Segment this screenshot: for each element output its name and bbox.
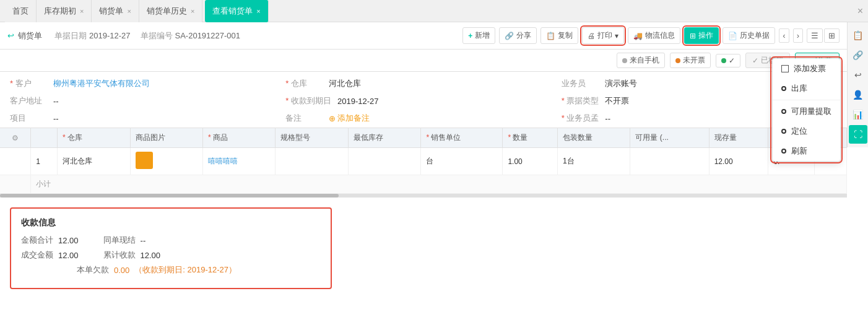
subtotal-row: 小计 bbox=[0, 175, 847, 194]
row-spec bbox=[276, 148, 348, 175]
toolbar-actions: + 新增 🔗 分享 📋 复制 🖨 打印 ▾ 🚚 bbox=[462, 27, 840, 44]
row-current-stock: 12.00 bbox=[709, 148, 768, 175]
dropdown-refresh[interactable]: 刷新 bbox=[773, 141, 840, 161]
tab-bar: 首页 库存期初 × 销货单 × 销货单历史 × 查看销货单 × × bbox=[0, 0, 868, 22]
address-field: 客户地址 -- bbox=[10, 95, 285, 106]
number-label: 单据编号 bbox=[141, 30, 173, 41]
address-label: 客户地址 bbox=[10, 95, 47, 106]
close-inventory-tab[interactable]: × bbox=[80, 7, 84, 15]
customer-field: 客户 柳州粤港平安气体有限公司 bbox=[10, 78, 285, 89]
grid-view-btn[interactable]: ⊞ bbox=[824, 28, 840, 43]
dropdown-add-invoice[interactable]: 添加发票 bbox=[773, 59, 840, 79]
sidebar-icon-3[interactable]: ↩ bbox=[849, 66, 867, 84]
dropdown-locate[interactable]: 定位 bbox=[773, 121, 840, 141]
confirm-dot bbox=[721, 58, 726, 63]
close-sales-history-tab[interactable]: × bbox=[191, 7, 194, 15]
not-open-ticket-btn[interactable]: 未开票 bbox=[670, 53, 711, 68]
tab-sales[interactable]: 销货单 × bbox=[92, 0, 139, 22]
warehouse-field: 仓库 河北仓库 bbox=[285, 78, 561, 89]
cumulative-payment-item: 累计收款 12.00 bbox=[103, 250, 161, 261]
logistics-button[interactable]: 🚚 物流信息 bbox=[628, 27, 680, 44]
table-body: 1 河北仓库 嘻嘻嘻嘻 台 1.00 1台 12.00 0. bbox=[0, 148, 847, 194]
sidebar-icon-5[interactable]: 📊 bbox=[849, 105, 867, 124]
locate-icon bbox=[781, 129, 786, 134]
next-record[interactable]: › bbox=[793, 28, 803, 43]
balance-item: 本单欠款 0.00 （收款到期日: 2019-12-27） bbox=[77, 264, 237, 276]
customer-label: 客户 bbox=[10, 78, 47, 89]
col-settings[interactable]: ⚙ bbox=[0, 128, 31, 148]
dropdown-outbound[interactable]: 出库 bbox=[773, 79, 840, 98]
table-header: ⚙ 仓库 商品图片 商品 规格型号 最低库存 销售单位 数量 包装数量 可用量 … bbox=[0, 128, 847, 148]
sidebar-icon-2[interactable]: 🔗 bbox=[849, 46, 867, 64]
col-available: 可用量 (... bbox=[630, 128, 709, 148]
subtotal-label: 小计 bbox=[31, 175, 847, 194]
operation-button[interactable]: ⊞ 操作 bbox=[684, 27, 719, 44]
same-order-item: 同单现结 -- bbox=[103, 235, 146, 246]
payment-info-row-3: 本单欠款 0.00 （收款到期日: 2019-12-27） bbox=[21, 264, 321, 276]
tab-sales-history[interactable]: 销货单历史 × bbox=[139, 0, 202, 22]
close-sales-tab[interactable]: × bbox=[127, 7, 131, 15]
warehouse-value: 河北仓库 bbox=[329, 78, 361, 89]
operator-value: 演示账号 bbox=[605, 78, 637, 89]
payment-date-label: 收款到期日 bbox=[285, 95, 331, 106]
from-phone-dot bbox=[622, 58, 627, 63]
bill-type-label: 票据类型 bbox=[562, 95, 599, 106]
form-row-3: 项目 -- 备注 ⊕ 添加备注 业务员孟 -- bbox=[0, 113, 847, 128]
bill-type-value: 不开票 bbox=[605, 95, 629, 106]
new-button[interactable]: + 新增 bbox=[462, 27, 495, 44]
note-label: 备注 bbox=[285, 113, 323, 124]
col-spec: 规格型号 bbox=[276, 128, 348, 148]
customer-value[interactable]: 柳州粤港平安气体有限公司 bbox=[53, 78, 150, 89]
project-field: 项目 -- bbox=[10, 113, 285, 124]
row-settings[interactable] bbox=[0, 148, 31, 175]
col-quantity: 数量 bbox=[503, 128, 558, 148]
product-table: ⚙ 仓库 商品图片 商品 规格型号 最低库存 销售单位 数量 包装数量 可用量 … bbox=[0, 128, 847, 198]
col-product: 商品 bbox=[202, 128, 275, 148]
print-button[interactable]: 🖨 打印 ▾ bbox=[582, 27, 624, 44]
main-toolbar: ↩ 销货单 单据日期 2019-12-27 单据编号 SA-20191227-0… bbox=[0, 22, 847, 50]
col-sales-unit: 销售单位 bbox=[421, 128, 503, 148]
row-product[interactable]: 嘻嘻嘻嘻 bbox=[202, 148, 275, 175]
col-num bbox=[31, 128, 58, 148]
col-product-img: 商品图片 bbox=[130, 128, 202, 148]
sidebar-icon-4[interactable]: 👤 bbox=[849, 85, 867, 104]
balance-label: 本单欠款 bbox=[77, 264, 109, 276]
row-sales-unit: 台 bbox=[421, 148, 503, 175]
sidebar-icon-1[interactable]: 📋 bbox=[849, 26, 867, 45]
share-button[interactable]: 🔗 分享 bbox=[499, 27, 537, 44]
tab-home[interactable]: 首页 bbox=[5, 0, 37, 22]
row-quantity: 1.00 bbox=[503, 148, 558, 175]
row-product-img bbox=[130, 148, 202, 175]
refresh-icon bbox=[781, 149, 786, 154]
table: ⚙ 仓库 商品图片 商品 规格型号 最低库存 销售单位 数量 包装数量 可用量 … bbox=[0, 128, 847, 194]
sidebar-icon-6[interactable]: ⛶ bbox=[849, 125, 867, 144]
address-value: -- bbox=[53, 97, 59, 106]
tab-view-sales[interactable]: 查看销货单 × bbox=[205, 0, 268, 22]
same-order-value: -- bbox=[141, 236, 146, 245]
total-amount-item: 金额合计 12.00 bbox=[21, 235, 79, 246]
document-type: ↩ 销货单 bbox=[7, 30, 42, 41]
salesperson-value: -- bbox=[605, 114, 610, 123]
confirm-btn[interactable]: ✓ bbox=[716, 54, 740, 67]
add-note-btn[interactable]: ⊕ 添加备注 bbox=[329, 113, 370, 124]
available-qty-icon bbox=[781, 109, 786, 114]
list-view-btn[interactable]: ☰ bbox=[807, 28, 823, 43]
form-row-1: 客户 柳州粤港平安气体有限公司 仓库 河北仓库 业务员 演示账号 bbox=[0, 72, 847, 95]
payment-info-box: 收款信息 金额合计 12.00 同单现结 -- 成交金额 12.00 bbox=[10, 207, 332, 289]
prev-record[interactable]: ‹ bbox=[779, 28, 789, 43]
dropdown-available-qty[interactable]: 可用量提取 bbox=[773, 102, 840, 121]
view-toggle: ☰ ⊞ bbox=[807, 28, 840, 43]
tab-inventory[interactable]: 库存期初 × bbox=[37, 0, 92, 22]
close-all-tabs[interactable]: × bbox=[857, 6, 863, 17]
copy-button[interactable]: 📋 复制 bbox=[540, 27, 578, 44]
history-button[interactable]: 📄 历史单据 bbox=[723, 27, 775, 44]
doc-icon: ↩ bbox=[7, 31, 14, 40]
payment-info-row-2: 成交金额 12.00 累计收款 12.00 bbox=[21, 250, 321, 261]
payment-date-value: 2019-12-27 bbox=[337, 97, 379, 106]
from-phone-btn[interactable]: 来自手机 bbox=[617, 53, 665, 68]
warehouse-label: 仓库 bbox=[285, 78, 323, 89]
not-open-dot bbox=[675, 58, 680, 63]
close-view-sales-tab[interactable]: × bbox=[256, 7, 260, 15]
balance-value: 0.00 bbox=[114, 266, 129, 275]
transaction-amount-value: 12.00 bbox=[58, 251, 79, 260]
